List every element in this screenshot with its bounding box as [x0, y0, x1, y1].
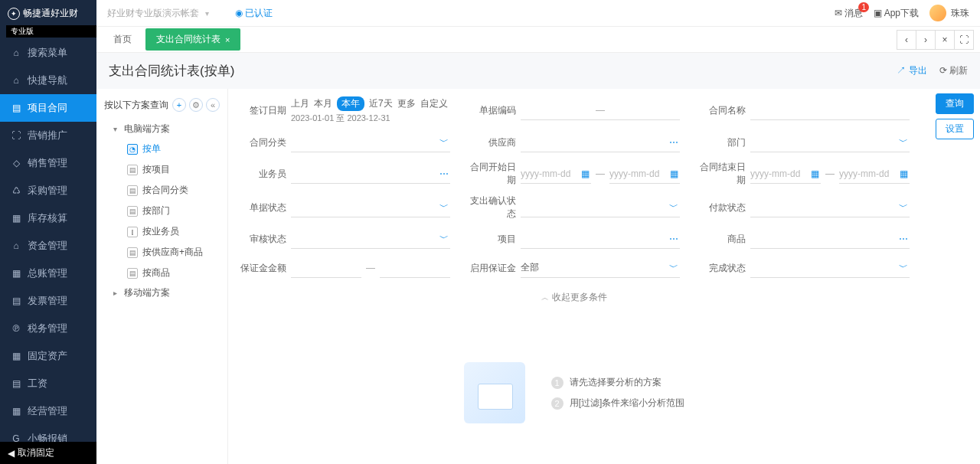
range-option[interactable]: 本年 — [337, 96, 364, 111]
tree-group-desktop[interactable]: ▾电脑端方案 — [101, 119, 223, 139]
range-option[interactable]: 本月 — [314, 97, 332, 110]
sidebar-item[interactable]: G小畅报销 — [0, 425, 96, 442]
picker-project[interactable]: ⋯ — [521, 229, 680, 249]
sidebar-item[interactable]: ⛶营销推广 — [0, 122, 96, 149]
sidebar-item[interactable]: ⌂搜索菜单 — [0, 39, 96, 67]
select-enable-margin[interactable]: 全部﹀ — [521, 258, 680, 278]
sidebar-label: 资金管理 — [28, 239, 67, 253]
sidebar-item[interactable]: ♺采购管理 — [0, 177, 96, 204]
leaf-label: 按项目 — [142, 163, 170, 176]
collapse-panel-button[interactable]: « — [206, 98, 220, 112]
range-option[interactable]: 上月 — [291, 97, 309, 110]
sidebar-item[interactable]: ⌂快捷导航 — [0, 67, 96, 94]
select-finish-state[interactable]: ﹀ — [750, 258, 910, 278]
sidebar-item[interactable]: ▦经营管理 — [0, 397, 96, 425]
tab-prev[interactable]: ‹ — [897, 30, 916, 50]
tree-leaf[interactable]: ▤按部门 — [101, 201, 223, 221]
label-audit-state: 审核状态 — [239, 233, 286, 246]
select-confirm-state[interactable]: ﹀ — [521, 198, 680, 217]
tree-leaf[interactable]: ▤按项目 — [101, 159, 223, 180]
sidebar-item[interactable]: ▦库存核算 — [0, 204, 96, 232]
brand-logo: ✦ 畅捷通好业财 — [0, 0, 96, 27]
tab-close-all[interactable]: × — [935, 30, 955, 50]
empty-step-1: 1请先选择要分析的方案 — [551, 376, 685, 389]
select-pay-state[interactable]: ﹀ — [750, 198, 910, 217]
user-menu[interactable]: 珠珠 — [929, 5, 969, 21]
label-product: 商品 — [698, 233, 746, 246]
date-end-to[interactable]: yyyy-mm-dd▦ — [839, 164, 910, 184]
sidebar-item[interactable]: ℗税务管理 — [0, 315, 96, 342]
verified-badge: ◉ 已认证 — [235, 7, 273, 20]
add-scheme-button[interactable]: + — [172, 98, 186, 112]
sidebar-item[interactable]: ▦总账管理 — [0, 260, 96, 287]
select-bill-state[interactable]: ﹀ — [291, 198, 450, 217]
tree-leaf[interactable]: ▤按商品 — [101, 263, 223, 283]
chevron-down-icon: ﹀ — [669, 201, 678, 214]
sidebar-item[interactable]: ▤发票管理 — [0, 287, 96, 315]
input-margin-from[interactable] — [291, 258, 361, 278]
picker-supplier[interactable]: ⋯ — [521, 132, 680, 152]
date-start-from[interactable]: yyyy-mm-dd▦ — [521, 164, 591, 184]
pin-icon: ◀ — [8, 448, 15, 459]
tab-next[interactable]: › — [916, 30, 936, 50]
select-audit-state[interactable]: ﹀ — [291, 229, 450, 249]
picker-product[interactable]: ⋯ — [750, 229, 910, 249]
avatar — [929, 5, 946, 21]
dash: — — [364, 263, 377, 273]
input-bill-code[interactable]: — — [521, 100, 680, 120]
tree-leaf[interactable]: ▤按供应商+商品 — [101, 242, 223, 263]
tab-home[interactable]: 首页 — [103, 28, 142, 51]
brand-icon: ✦ — [8, 8, 20, 20]
chevron-down-icon: ﹀ — [439, 201, 449, 214]
leaf-icon: ◔ — [127, 144, 138, 155]
sidebar-label: 总账管理 — [28, 266, 67, 280]
sidebar-item[interactable]: ▦固定资产 — [0, 342, 96, 370]
query-button[interactable]: 查询 — [936, 93, 974, 114]
refresh-button[interactable]: ⟳ 刷新 — [939, 64, 968, 77]
env-name[interactable]: 好业财专业版演示帐套 — [107, 7, 199, 20]
range-option[interactable]: 近7天 — [369, 97, 393, 110]
app-download-button[interactable]: ▣ App下载 — [874, 7, 919, 20]
select-dept[interactable]: ﹀ — [750, 132, 910, 152]
date-start-to[interactable]: yyyy-mm-dd▦ — [609, 164, 680, 184]
username: 珠珠 — [951, 7, 969, 20]
sidebar-item[interactable]: ◇销售管理 — [0, 149, 96, 177]
input-contract-name[interactable] — [750, 100, 910, 120]
more-icon: ⋯ — [669, 234, 678, 244]
sidebar-item[interactable]: ▤项目合同 — [0, 94, 96, 122]
label-pay-state: 付款状态 — [698, 201, 746, 214]
leaf-label: 按合同分类 — [142, 184, 188, 197]
sidebar-label: 销售管理 — [28, 156, 67, 170]
label-bill-code: 单据编码 — [469, 104, 516, 117]
tab-fullscreen[interactable]: ⛶ — [954, 30, 974, 50]
messages-button[interactable]: ✉ 消息 1 — [835, 7, 863, 20]
unpin-button[interactable]: ◀ 取消固定 — [0, 442, 96, 464]
settings-button[interactable]: 设置 — [936, 119, 974, 139]
sidebar-icon: ◇ — [11, 158, 21, 168]
sidebar-item[interactable]: ▤工资 — [0, 370, 96, 397]
sidebar-label: 搜索菜单 — [28, 46, 67, 60]
tree-leaf[interactable]: ◔按单 — [101, 139, 223, 159]
label-bill-state: 单据状态 — [239, 201, 286, 214]
range-option[interactable]: 更多 — [397, 97, 416, 110]
scheme-settings-button[interactable]: ⚙ — [189, 98, 203, 112]
tree-leaf[interactable]: ⫿按业务员 — [101, 221, 223, 242]
query-title: 按以下方案查询 — [104, 99, 168, 112]
export-button[interactable]: ↗ 导出 — [897, 64, 926, 77]
sidebar-item[interactable]: ⌂资金管理 — [0, 232, 96, 260]
chevron-down-icon: ﹀ — [669, 261, 678, 274]
close-icon[interactable]: × — [225, 35, 230, 44]
tree-leaf[interactable]: ▤按合同分类 — [101, 180, 223, 201]
select-class[interactable]: ﹀ — [291, 132, 450, 152]
collapse-filters[interactable]: ︿收起更多条件 — [239, 286, 910, 309]
tab-active[interactable]: 支出合同统计表 × — [145, 28, 240, 51]
range-option[interactable]: 自定义 — [420, 97, 448, 110]
input-margin-to[interactable] — [380, 258, 450, 278]
refresh-icon: ⟳ — [939, 65, 947, 76]
label-class: 合同分类 — [239, 136, 286, 149]
picker-salesman[interactable]: ⋯ — [291, 164, 450, 184]
placeholder: yyyy-mm-dd — [609, 168, 659, 179]
leaf-label: 按部门 — [142, 204, 170, 217]
date-end-from[interactable]: yyyy-mm-dd▦ — [750, 164, 821, 184]
tree-group-mobile[interactable]: ▸移动端方案 — [101, 283, 223, 302]
